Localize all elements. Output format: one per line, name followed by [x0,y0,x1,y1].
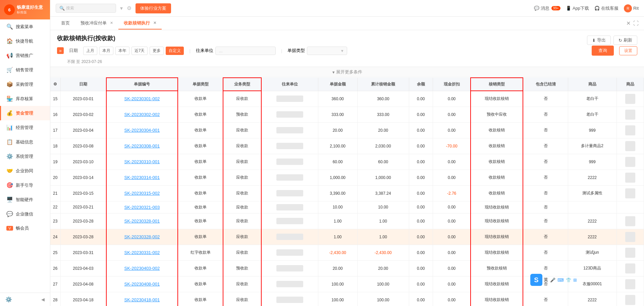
search-box[interactable]: 🔍 搜索 [56,4,116,13]
sales-icon: 🛒 [6,67,13,73]
cell-goods2 [616,138,644,154]
sn-link[interactable]: SK-20230403-002 [124,266,160,271]
cell-sn: SK-20230328-002 [106,229,178,245]
sidebar-item-system[interactable]: ⚙️ 系统管理 [0,149,50,164]
expand-conditions-row: ▾ 展开更多条件 [50,67,644,77]
table-container[interactable]: ⚙ 日期 单据编号 单据类型 业务类型 往来单位 单据金额 累计核销金额 余额 … [50,77,644,306]
sn-link[interactable]: SK-20230314-001 [124,175,160,180]
watermark: S 英 🎤 ⌨ 👕 ⊞ [530,274,577,286]
unit-input[interactable]: ... [215,47,276,55]
sn-link[interactable]: SK-20230321-003 [124,205,160,210]
cell-verify-type: 收款核销 [471,185,523,201]
table-row: 18 2023-03-08 SK-20230308-001 收款单 应收款 2,… [50,138,644,154]
sidebar-item-collab[interactable]: 🤝 企业协同 [0,164,50,178]
cell-discount: 0.00 [433,170,471,185]
cell-sn: SK-20230315-002 [106,185,178,201]
sn-link[interactable]: SK-20230418-001 [124,297,160,302]
expand-tab-icon[interactable]: ⛶ [633,20,639,26]
sidebar-item-inventory[interactable]: 🏪 库存核算 [0,91,50,106]
date-btn-this-year[interactable]: 本年 [115,47,129,55]
sidebar-item-operations[interactable]: 📊 经营管理 [0,120,50,135]
cell-unit [261,122,318,138]
sn-link[interactable]: SK-20230408-001 [124,282,160,287]
cell-goods2 [616,292,644,306]
app-download-label: App下载 [573,5,589,11]
cell-discount: 0.00 [433,91,471,107]
tab-prepay[interactable]: 预收冲应付单 ✕ [75,17,118,29]
cell-verify-type: 收款核销 [471,138,523,154]
cell-unit [261,107,318,122]
cell-balance: 0.00 [409,122,433,138]
sn-link[interactable]: SK-20230302-002 [124,112,160,117]
app-download-group[interactable]: 📱 App下载 [566,5,589,11]
solution-btn[interactable]: 体验行业方案 [136,3,171,13]
sidebar-item-member[interactable]: V 畅会员 [0,221,50,235]
expand-filter-icon[interactable]: » [57,47,64,54]
sidebar-item-purchase[interactable]: 📦 采购管理 [0,77,50,91]
finance-icon: 💰 [6,110,13,116]
settings-filter-btn[interactable]: 设置 [619,46,637,55]
sn-link[interactable]: SK-20230328-001 [124,219,160,224]
refresh-btn[interactable]: ↻ 刷新 [613,36,637,45]
cell-goods2 [616,213,644,229]
cell-biz-type: 应收款 [223,229,261,245]
cell-unit [261,154,318,170]
cell-balance: 0.00 [409,292,433,306]
sidebar-item-finance[interactable]: 💰 资金管理 [0,106,50,120]
date-btn-last-month[interactable]: 上月 [83,47,97,55]
sidebar-item-hardware[interactable]: 🖥️ 智能硬件 [0,192,50,207]
sn-link[interactable]: SK-20230310-001 [124,159,160,164]
cell-biz-type: 应收款 [223,122,261,138]
cell-unit [261,260,318,276]
expand-down-icon: ▾ [332,70,335,75]
table-row: 17 2023-03-04 SK-20230304-001 收款单 应收款 20… [50,122,644,138]
table-header-row: ⚙ 日期 单据编号 单据类型 业务类型 往来单位 单据金额 累计核销金额 余额 … [50,78,644,91]
hardware-icon: 🖥️ [6,196,13,203]
tab-home[interactable]: 首页 [56,17,75,29]
type-select[interactable]: ▾ [307,47,347,55]
sidebar-item-guide[interactable]: 🎯 新手引导 [0,178,50,192]
col-gear[interactable]: ⚙ [50,78,60,91]
cell-date: 2023-04-08 [60,276,106,292]
cell-cum-amount: 1,000.00 [357,170,409,185]
sn-link[interactable]: SK-20230304-001 [124,128,160,133]
sn-link[interactable]: SK-20230301-002 [124,96,160,101]
query-btn[interactable]: 查询 [592,46,614,56]
close-tab-icon[interactable]: ✕ [626,20,631,26]
sn-link[interactable]: SK-20230328-002 [124,234,160,239]
table-row: 23 2023-03-28 SK-20230328-001 收款单 应收款 1.… [50,213,644,229]
user-group[interactable]: R Rit [624,4,639,12]
sidebar-item-label: 资金管理 [16,110,33,116]
main-table: ⚙ 日期 单据编号 单据类型 业务类型 往来单位 单据金额 累计核销金额 余额 … [50,77,644,306]
settings-topbar-icon[interactable]: ⚙ [127,5,131,11]
online-service-group[interactable]: 🎧 在线客服 [594,5,619,11]
cell-settled: 否 [523,138,568,154]
cell-unit [261,213,318,229]
sidebar-settings-icon[interactable]: ⚙️ [5,296,12,303]
tab-prepay-close-icon[interactable]: ✕ [110,21,113,25]
export-btn[interactable]: ⬇ 导出 [587,36,611,45]
date-btn-more[interactable]: 更多 [150,47,164,55]
cell-amount: 2,100.00 [318,138,357,154]
dropdown-arrow-icon[interactable]: ▾ [120,5,123,11]
sn-link[interactable]: SK-20230331-002 [124,250,160,255]
cell-seq: 18 [50,138,60,154]
sidebar-item-sales[interactable]: 🛒 销售管理 [0,63,50,77]
sn-link[interactable]: SK-20230315-002 [124,191,160,196]
sn-link[interactable]: SK-20230308-001 [124,143,160,148]
expand-conditions-btn[interactable]: ▾ 展开更多条件 [332,69,362,75]
tab-verify[interactable]: 收款核销执行 ✕ [118,17,162,29]
cell-amount: 3,390.00 [318,185,357,201]
sidebar-collapse-btn[interactable]: ◀ [41,297,45,302]
tab-verify-close-icon[interactable]: ✕ [153,21,156,25]
sidebar-item-basic-info[interactable]: 📋 基础信息 [0,135,50,149]
expand-conditions-label: 展开更多条件 [336,69,362,75]
sidebar-item-weixin[interactable]: 💬 企业微信 [0,207,50,221]
message-group[interactable]: 💬 消息 99+ [534,5,560,11]
sidebar-item-nav[interactable]: 🏠 快捷导航 [0,34,50,48]
date-btn-this-month[interactable]: 本月 [99,47,113,55]
date-btn-custom[interactable]: 自定义 [166,47,184,55]
sidebar-item-marketing[interactable]: 📢 营销推广 [0,48,50,63]
sidebar-item-search[interactable]: 🔍 搜索菜单 [0,19,50,34]
date-btn-7days[interactable]: 近7天 [131,47,148,55]
